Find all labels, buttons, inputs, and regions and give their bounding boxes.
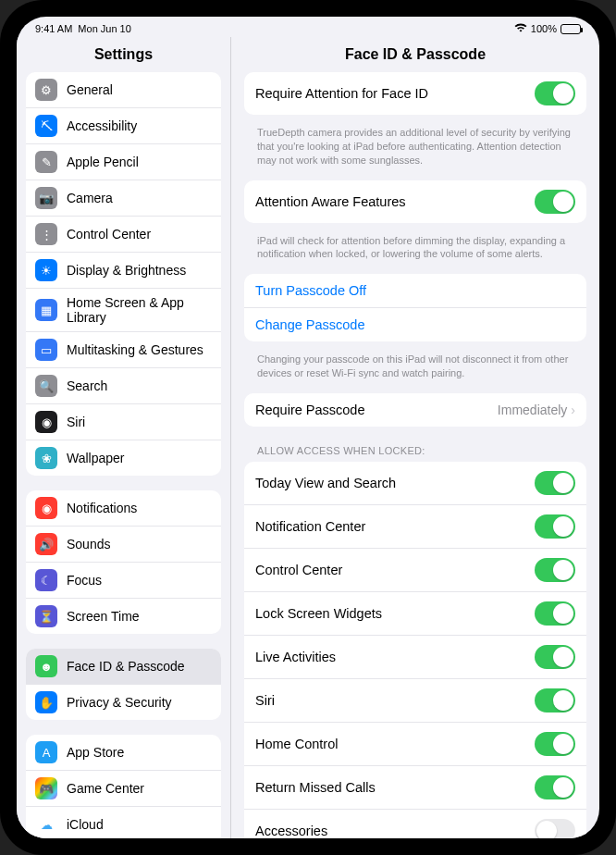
status-date: Mon Jun 10 bbox=[78, 23, 130, 34]
allow-access-label: Home Control bbox=[255, 737, 338, 751]
allow-access-toggle-1[interactable] bbox=[535, 514, 575, 539]
passcode-actions-footer: Changing your passcode on this iPad will… bbox=[244, 347, 586, 393]
sidebar-item-label: Control Center bbox=[67, 227, 151, 242]
multitasking-gestures-icon: ▭ bbox=[35, 339, 57, 361]
sidebar-item-label: App Store bbox=[67, 745, 124, 760]
sidebar-item-label: Display & Brightness bbox=[67, 263, 186, 278]
allow-access-control-center: Control Center bbox=[244, 549, 586, 592]
wifi-icon bbox=[514, 22, 527, 35]
allow-access-notification-center: Notification Center bbox=[244, 505, 586, 549]
sidebar-item-label: Focus bbox=[67, 573, 102, 588]
battery-icon bbox=[561, 24, 581, 34]
allow-access-toggle-8[interactable] bbox=[535, 819, 575, 838]
allow-access-label: Notification Center bbox=[255, 519, 365, 534]
allow-access-lock-screen-widgets: Lock Screen Widgets bbox=[244, 592, 586, 636]
sidebar-item-camera[interactable]: 📷Camera bbox=[26, 180, 221, 217]
sidebar-item-general[interactable]: ⚙General bbox=[26, 72, 221, 108]
allow-access-accessories: Accessories bbox=[244, 810, 586, 838]
sidebar-item-multitasking-gestures[interactable]: ▭Multitasking & Gestures bbox=[26, 332, 221, 368]
require-passcode-row[interactable]: Require Passcode Immediately › bbox=[244, 393, 586, 427]
page-title: Face ID & Passcode bbox=[231, 37, 599, 72]
sidebar-item-screen-time[interactable]: ⏳Screen Time bbox=[26, 599, 221, 634]
attention-aware-row: Attention Aware Features bbox=[244, 180, 586, 223]
status-time: 9:41 AM bbox=[35, 23, 72, 34]
display-brightness-icon: ☀ bbox=[35, 259, 57, 281]
allow-access-today-view-and-search: Today View and Search bbox=[244, 462, 586, 505]
sidebar-item-label: Sounds bbox=[67, 537, 110, 551]
attention-aware-toggle[interactable] bbox=[535, 190, 575, 214]
apple-pencil-icon: ✎ bbox=[35, 151, 57, 173]
sidebar-item-display-brightness[interactable]: ☀Display & Brightness bbox=[26, 253, 221, 289]
screen-time-icon: ⏳ bbox=[35, 605, 57, 627]
sidebar-item-focus[interactable]: ☾Focus bbox=[26, 563, 221, 599]
allow-access-toggle-3[interactable] bbox=[535, 601, 575, 626]
allow-access-label: Today View and Search bbox=[255, 476, 396, 490]
allow-access-label: Control Center bbox=[255, 563, 342, 577]
sidebar-item-label: Multitasking & Gestures bbox=[67, 342, 203, 357]
accessibility-icon: ⛏ bbox=[35, 115, 57, 137]
allow-access-siri: Siri bbox=[244, 679, 586, 723]
allow-access-label: Lock Screen Widgets bbox=[255, 606, 382, 621]
sidebar-item-label: General bbox=[67, 82, 113, 97]
require-attention-toggle[interactable] bbox=[535, 81, 575, 105]
sidebar-item-label: iCloud bbox=[67, 817, 104, 832]
sidebar-item-label: Privacy & Security bbox=[67, 695, 172, 710]
sidebar-item-label: Face ID & Passcode bbox=[67, 659, 185, 674]
allow-access-toggle-2[interactable] bbox=[535, 558, 575, 582]
sidebar-item-sounds[interactable]: 🔊Sounds bbox=[26, 527, 221, 563]
sidebar-item-icloud[interactable]: ☁iCloud bbox=[26, 807, 221, 838]
turn-passcode-off-button[interactable]: Turn Passcode Off bbox=[244, 274, 586, 308]
sidebar-item-app-store[interactable]: AApp Store bbox=[26, 735, 221, 771]
sounds-icon: 🔊 bbox=[35, 533, 57, 555]
allow-access-toggle-0[interactable] bbox=[535, 471, 575, 495]
face-id-passcode-icon: ☻ bbox=[35, 655, 57, 677]
sidebar-item-home-screen-app-library[interactable]: ▦Home Screen & App Library bbox=[26, 289, 221, 332]
allow-access-toggle-4[interactable] bbox=[535, 645, 575, 669]
sidebar-item-label: Wallpaper bbox=[67, 451, 125, 465]
focus-icon: ☾ bbox=[35, 569, 57, 591]
sidebar-item-label: Apple Pencil bbox=[67, 155, 139, 169]
attention-aware-footer: iPad will check for attention before dim… bbox=[244, 229, 586, 275]
sidebar-item-control-center[interactable]: ⋮Control Center bbox=[26, 217, 221, 253]
allow-access-label: Siri bbox=[255, 693, 275, 708]
sidebar-item-siri[interactable]: ◉Siri bbox=[26, 404, 221, 440]
sidebar-item-label: Accessibility bbox=[67, 118, 137, 133]
sidebar-item-face-id-passcode[interactable]: ☻Face ID & Passcode bbox=[26, 649, 221, 685]
require-attention-row: Require Attention for Face ID bbox=[244, 72, 586, 115]
sidebar-item-label: Camera bbox=[67, 191, 113, 205]
allow-access-label: Return Missed Calls bbox=[255, 780, 376, 795]
require-attention-footer: TrueDepth camera provides an additional … bbox=[244, 120, 586, 180]
allow-access-toggle-5[interactable] bbox=[535, 688, 575, 712]
sidebar-item-wallpaper[interactable]: ❀Wallpaper bbox=[26, 440, 221, 476]
privacy-security-icon: ✋ bbox=[35, 691, 57, 713]
icloud-icon: ☁ bbox=[35, 813, 57, 836]
sidebar-item-label: Home Screen & App Library bbox=[67, 295, 212, 325]
require-attention-label: Require Attention for Face ID bbox=[255, 86, 428, 101]
control-center-icon: ⋮ bbox=[35, 223, 57, 245]
siri-icon: ◉ bbox=[35, 411, 57, 433]
sidebar-item-accessibility[interactable]: ⛏Accessibility bbox=[26, 108, 221, 144]
allow-access-toggle-7[interactable] bbox=[535, 775, 575, 799]
chevron-right-icon: › bbox=[571, 403, 575, 417]
sidebar-item-search[interactable]: 🔍Search bbox=[26, 368, 221, 404]
sidebar-item-label: Game Center bbox=[67, 781, 144, 796]
allow-access-live-activities: Live Activities bbox=[244, 636, 586, 679]
game-center-icon: 🎮 bbox=[35, 777, 57, 799]
require-passcode-value: Immediately bbox=[498, 403, 567, 417]
require-passcode-label: Require Passcode bbox=[255, 403, 365, 417]
allow-access-header: Allow Access When Locked: bbox=[244, 432, 586, 462]
sidebar-item-label: Screen Time bbox=[67, 609, 140, 624]
wallpaper-icon: ❀ bbox=[35, 447, 57, 469]
allow-access-toggle-6[interactable] bbox=[535, 732, 575, 756]
attention-aware-label: Attention Aware Features bbox=[255, 194, 406, 209]
sidebar-item-apple-pencil[interactable]: ✎Apple Pencil bbox=[26, 144, 221, 180]
app-store-icon: A bbox=[35, 741, 57, 763]
sidebar-item-game-center[interactable]: 🎮Game Center bbox=[26, 771, 221, 807]
sidebar-item-label: Notifications bbox=[67, 501, 137, 515]
change-passcode-button[interactable]: Change Passcode bbox=[244, 308, 586, 341]
allow-access-return-missed-calls: Return Missed Calls bbox=[244, 766, 586, 810]
sidebar-item-privacy-security[interactable]: ✋Privacy & Security bbox=[26, 685, 221, 720]
sidebar-item-notifications[interactable]: ◉Notifications bbox=[26, 490, 221, 527]
notifications-icon: ◉ bbox=[35, 497, 57, 519]
sidebar-item-label: Search bbox=[67, 378, 107, 393]
